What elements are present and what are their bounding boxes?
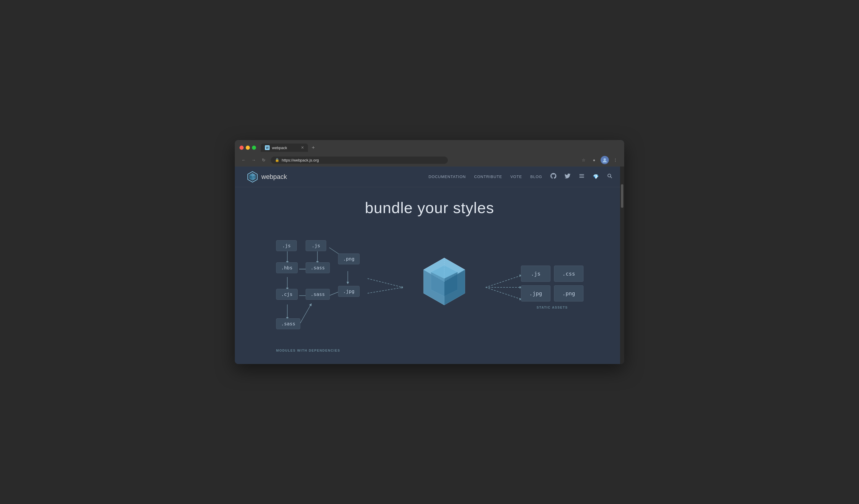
module-box-sass3: .sass [276,318,300,329]
svg-marker-43 [519,286,521,288]
scrollbar-thumb[interactable] [621,184,623,208]
svg-rect-11 [579,177,584,178]
address-bar: ← → ↻ 🔒 https://webpack.js.org ☆ ● [235,154,624,167]
search-icon[interactable] [607,173,613,180]
nav-buttons: ← → ↻ [240,156,268,164]
webpack-logo-icon [246,171,258,183]
tab-bar: W webpack × + [261,143,317,152]
module-box-js2: .js [306,240,326,251]
title-bar: W webpack × + [235,140,624,154]
new-tab-button[interactable]: + [309,143,317,152]
svg-marker-42 [519,274,521,277]
bookmark-button[interactable]: ☆ [579,156,588,164]
output-box-js: .js [521,266,551,282]
github-icon[interactable] [551,173,556,180]
right-arrows [485,255,521,320]
module-box-png: .png [338,253,360,264]
left-arrows [367,255,403,320]
back-button[interactable]: ← [240,156,248,164]
webpack-cube-container [412,249,477,314]
browser-actions: ☆ ● ⋮ [579,156,619,164]
browser-window: W webpack × + ← → ↻ 🔒 https://webpack.js… [235,140,624,364]
svg-rect-12 [579,176,584,176]
nav-link-vote[interactable]: VOTE [510,174,522,179]
svg-line-39 [485,275,521,287]
traffic-lights [240,146,256,150]
output-row-1: .js .css [521,266,584,282]
nav-link-documentation[interactable]: DOCUMENTATION [428,174,466,179]
output-box-jpg: .jpg [521,285,551,301]
diagram-wrapper: .js .hbs .js .sass .png .cjs .sass .jpg [267,231,592,343]
lock-icon: 🔒 [275,158,280,162]
website-content: webpack DOCUMENTATION CONTRIBUTE VOTE BL… [235,167,624,364]
main-content: bundle your styles [235,187,624,364]
nav-link-contribute[interactable]: CONTRIBUTE [474,174,502,179]
svg-line-27 [367,279,403,287]
svg-line-23 [299,304,311,325]
modules-label: MODULES WITH DEPENDENCIES [276,349,340,352]
url-text: https://webpack.js.org [282,158,319,162]
forward-button[interactable]: → [250,156,258,164]
reload-button[interactable]: ↻ [260,156,268,164]
svg-marker-44 [519,298,521,300]
hero-title: bundle your styles [365,199,494,217]
profile-icon [601,156,609,164]
tab-title: webpack [272,146,287,150]
browser-chrome: W webpack × + ← → ↻ 🔒 https://webpack.js… [235,140,624,167]
right-dashed-svg [485,255,521,320]
menu-button[interactable]: ⋮ [611,156,619,164]
stack-icon[interactable] [579,173,585,180]
module-box-sass2: .sass [306,289,330,300]
svg-text:W: W [266,146,269,149]
svg-point-2 [604,158,606,161]
active-tab[interactable]: W webpack × [261,143,308,152]
svg-line-41 [485,287,521,299]
logo-text: webpack [261,173,287,181]
minimize-button[interactable] [246,146,250,150]
output-box-css: .css [554,266,584,282]
modules-section: .js .hbs .js .sass .png .cjs .sass .jpg [267,231,367,343]
scrollbar[interactable] [620,167,624,364]
module-box-hbs: .hbs [276,262,298,273]
module-box-sass1: .sass [306,262,330,273]
logo[interactable]: webpack [246,171,287,183]
module-box-js1: .js [276,240,297,251]
left-dashed-svg [367,255,403,320]
module-box-jpg: .jpg [338,286,360,297]
account-button[interactable] [601,156,609,164]
svg-point-14 [608,174,611,177]
twitter-icon[interactable] [564,173,571,180]
svg-marker-29 [402,286,403,288]
tab-close-button[interactable]: × [301,145,304,150]
svg-rect-13 [579,174,584,175]
svg-line-28 [367,287,403,293]
opencollective-icon[interactable]: 💎 [593,174,599,179]
output-section: .js .css .jpg .png STATIC ASSETS [521,266,584,309]
webpack-cube-svg [415,252,474,311]
extension-button[interactable]: ● [590,156,598,164]
close-button[interactable] [240,146,244,150]
svg-line-15 [611,177,612,178]
tab-favicon: W [265,145,270,150]
output-row-2: .jpg .png [521,285,584,301]
maximize-button[interactable] [252,146,256,150]
output-box-png: .png [554,285,584,301]
nav-link-blog[interactable]: BLOG [530,174,542,179]
static-assets-label: STATIC ASSETS [537,306,568,309]
nav-links: DOCUMENTATION CONTRIBUTE VOTE BLOG [428,173,613,180]
navbar: webpack DOCUMENTATION CONTRIBUTE VOTE BL… [235,167,624,187]
module-box-cjs: .cjs [276,289,298,300]
url-bar[interactable]: 🔒 https://webpack.js.org [271,157,448,164]
